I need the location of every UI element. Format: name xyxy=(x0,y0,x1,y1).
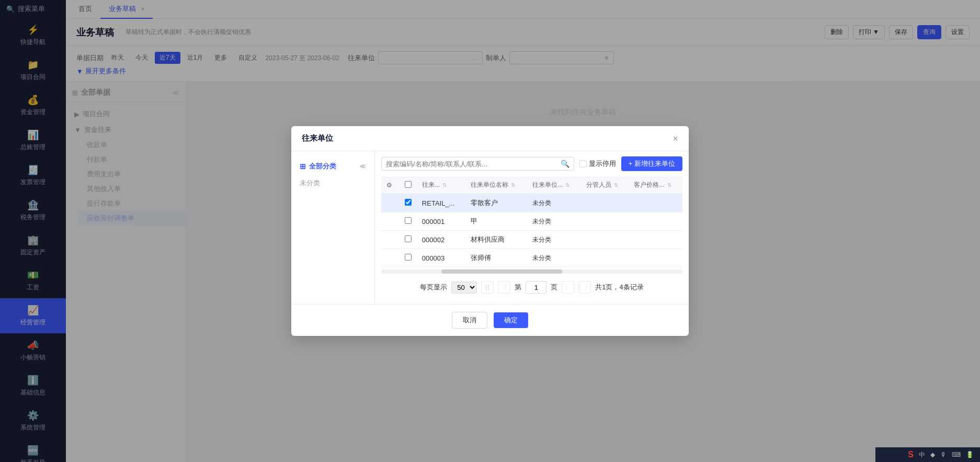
row-manager xyxy=(581,212,629,231)
dialog-toolbar: 🔍 显示停用 + 新增往来单位 xyxy=(381,156,682,171)
row-name: 材料供应商 xyxy=(465,231,527,249)
table-row[interactable]: 000003 张师傅 未分类 xyxy=(381,249,682,267)
status-icon-mic: 🎙 xyxy=(940,451,947,458)
counterpart-dialog: 往来单位 × ⊞ 全部分类 ≪ 未分类 🔍 xyxy=(291,126,689,336)
row-price xyxy=(629,249,682,267)
row-manager xyxy=(581,249,629,267)
dialog-left-panel: ⊞ 全部分类 ≪ 未分类 xyxy=(291,151,375,304)
name-col-header: 往来单位名称 ⇅ xyxy=(465,176,527,194)
status-icon-diamond: ◆ xyxy=(930,451,935,458)
status-icon-zh: 中 xyxy=(919,450,925,459)
confirm-button[interactable]: 确定 xyxy=(494,312,528,328)
unclassified-label: 未分类 xyxy=(291,175,374,191)
grid-icon: ⊞ xyxy=(300,162,306,171)
scrollbar-thumb[interactable] xyxy=(441,269,562,274)
row-settings xyxy=(381,249,400,267)
dialog-title: 往来单位 xyxy=(302,133,333,143)
row-check[interactable] xyxy=(400,212,417,231)
search-box[interactable]: 🔍 xyxy=(381,157,574,171)
row-price xyxy=(629,231,682,249)
manager-col-header: 分管人员 ⇅ xyxy=(581,176,629,194)
row-name: 张师傅 xyxy=(465,249,527,267)
checkbox-icon xyxy=(579,160,587,167)
total-info: 共1页，4条记录 xyxy=(595,283,643,292)
dialog-header: 往来单位 × xyxy=(291,126,689,151)
collapse-left-icon[interactable]: ≪ xyxy=(359,163,366,170)
per-page-label: 每页显示 xyxy=(420,283,447,292)
dialog-overlay: 往来单位 × ⊞ 全部分类 ≪ 未分类 🔍 xyxy=(0,0,980,462)
row-manager xyxy=(581,194,629,212)
status-icon-battery: 🔋 xyxy=(966,451,974,458)
page-label: 页 xyxy=(551,283,557,292)
row-settings xyxy=(381,212,400,231)
row-name: 零散客户 xyxy=(465,194,527,212)
select-all-checkbox[interactable] xyxy=(405,181,412,188)
search-icon: 🔍 xyxy=(561,160,569,168)
cancel-button[interactable]: 取消 xyxy=(452,312,487,329)
next-page-button[interactable]: 〉 xyxy=(562,281,574,294)
row-category: 未分类 xyxy=(527,194,581,212)
dialog-left-all-categories[interactable]: ⊞ 全部分类 ≪ xyxy=(291,157,374,175)
last-page-button[interactable]: 〉〉 xyxy=(578,281,591,294)
row-checkbox[interactable] xyxy=(405,217,412,224)
counterpart-table: ⚙ 往来... ⇅ 往来单位名称 ⇅ 往来单位... ⇅ 分管人员 ⇅ 客户价格… xyxy=(381,176,682,267)
show-disabled-checkbox[interactable]: 显示停用 xyxy=(579,159,616,168)
settings-col-header[interactable]: ⚙ xyxy=(381,176,400,194)
row-check[interactable] xyxy=(400,194,417,212)
code-col-header: 往来... ⇅ xyxy=(417,176,465,194)
row-checkbox[interactable] xyxy=(405,199,412,206)
table-row[interactable]: 000002 材料供应商 未分类 xyxy=(381,231,682,249)
page-number-label: 第 xyxy=(515,283,521,292)
add-counterpart-button[interactable]: + 新增往来单位 xyxy=(621,156,682,171)
row-check[interactable] xyxy=(400,249,417,267)
row-settings xyxy=(381,231,400,249)
row-code: RETAIL_... xyxy=(417,194,465,212)
row-category: 未分类 xyxy=(527,249,581,267)
pagination: 每页显示 50 ⟨⟨ 〈 第 页 〉 〉〉 共1页，4条记录 xyxy=(381,276,682,299)
page-number-input[interactable] xyxy=(526,281,546,294)
row-checkbox[interactable] xyxy=(405,254,412,261)
row-settings xyxy=(381,194,400,212)
row-price xyxy=(629,194,682,212)
dialog-right-panel: 🔍 显示停用 + 新增往来单位 ⚙ xyxy=(375,151,689,304)
dialog-table-container: ⚙ 往来... ⇅ 往来单位名称 ⇅ 往来单位... ⇅ 分管人员 ⇅ 客户价格… xyxy=(381,176,682,267)
table-header-row: ⚙ 往来... ⇅ 往来单位名称 ⇅ 往来单位... ⇅ 分管人员 ⇅ 客户价格… xyxy=(381,176,682,194)
horizontal-scrollbar[interactable] xyxy=(381,269,682,274)
dialog-left-item-label: 全部分类 xyxy=(309,162,336,171)
price-col-header: 客户价格... ⇅ xyxy=(629,176,682,194)
per-page-select[interactable]: 50 xyxy=(451,281,477,294)
row-code: 000002 xyxy=(417,231,465,249)
check-col-header[interactable] xyxy=(400,176,417,194)
search-input[interactable] xyxy=(386,160,557,168)
row-checkbox[interactable] xyxy=(405,235,412,242)
row-name: 甲 xyxy=(465,212,527,231)
status-icon-keyboard: ⌨ xyxy=(952,451,961,458)
category-col-header: 往来单位... ⇅ xyxy=(527,176,581,194)
show-disabled-label: 显示停用 xyxy=(589,159,616,168)
row-category: 未分类 xyxy=(527,212,581,231)
dialog-close-button[interactable]: × xyxy=(673,134,678,143)
row-code: 000001 xyxy=(417,212,465,231)
brand-icon: S xyxy=(908,450,914,459)
row-manager xyxy=(581,231,629,249)
row-check[interactable] xyxy=(400,231,417,249)
row-price xyxy=(629,212,682,231)
row-code: 000003 xyxy=(417,249,465,267)
status-bar: S 中 ◆ 🎙 ⌨ 🔋 xyxy=(875,447,980,462)
first-page-button[interactable]: ⟨⟨ xyxy=(481,281,494,294)
dialog-footer: 取消 确定 xyxy=(291,304,689,336)
prev-page-button[interactable]: 〈 xyxy=(498,281,510,294)
table-row[interactable]: 000001 甲 未分类 xyxy=(381,212,682,231)
table-body: RETAIL_... 零散客户 未分类 000001 甲 xyxy=(381,194,682,267)
row-category: 未分类 xyxy=(527,231,581,249)
dialog-body: ⊞ 全部分类 ≪ 未分类 🔍 显示停用 xyxy=(291,151,689,304)
table-row[interactable]: RETAIL_... 零散客户 未分类 xyxy=(381,194,682,212)
